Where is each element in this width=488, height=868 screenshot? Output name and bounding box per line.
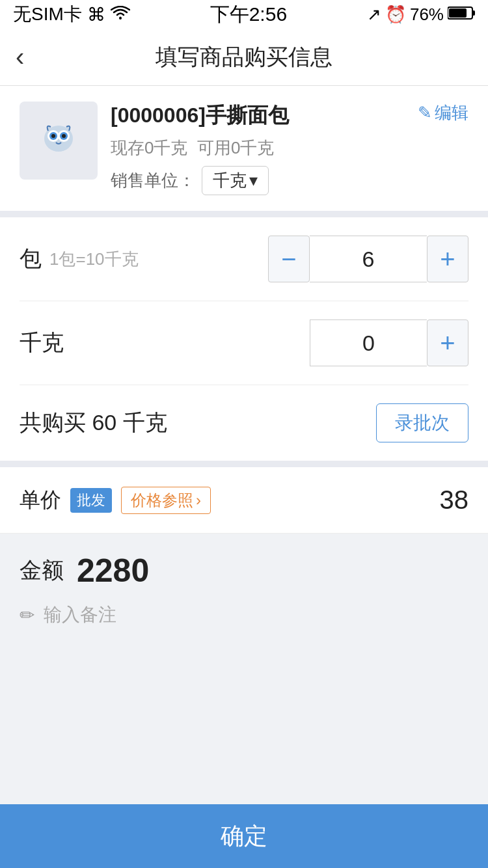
status-time: 下午2:56 — [210, 1, 287, 28]
remark-row: ✏ 输入备注 — [20, 603, 468, 640]
kg-increment-button[interactable]: + — [427, 319, 468, 366]
package-decrement-button[interactable]: − — [268, 236, 310, 282]
amount-row: 金额 2280 — [20, 552, 468, 590]
battery-text: 76% — [410, 5, 444, 25]
unit-dropdown-icon: ▾ — [249, 170, 258, 191]
package-increment-button[interactable]: + — [427, 236, 468, 282]
price-label-row: 单价 批发 价格参照 › — [20, 486, 211, 515]
product-name: [0000006]手撕面包 — [111, 102, 468, 130]
price-ref-button[interactable]: 价格参照 › — [121, 487, 211, 514]
package-label: 包 — [20, 244, 42, 274]
amount-value: 2280 — [77, 552, 149, 590]
summary-row: 共购买 60 千克 录批次 — [20, 385, 468, 461]
owl-logo-icon — [39, 118, 78, 164]
package-stepper: − + — [268, 236, 468, 282]
product-info: [0000006]手撕面包 现存0千克 可用0千克 销售单位： 千克 ▾ — [111, 102, 468, 195]
section-divider — [0, 461, 488, 467]
svg-rect-2 — [472, 10, 475, 16]
product-card: [0000006]手撕面包 现存0千克 可用0千克 销售单位： 千克 ▾ ✎ 编… — [0, 86, 488, 217]
edit-label: 编辑 — [435, 102, 468, 124]
amount-section: 金额 2280 ✏ 输入备注 — [0, 534, 488, 640]
summary-text: 共购买 60 千克 — [20, 408, 167, 438]
unit-select[interactable]: 千克 ▾ — [202, 166, 269, 195]
svg-point-9 — [51, 134, 55, 138]
page-title: 填写商品购买信息 — [156, 42, 332, 72]
package-hint: 1包=10千克 — [49, 248, 139, 271]
amount-label: 金额 — [20, 556, 64, 586]
price-ref-label: 价格参照 — [131, 490, 193, 511]
price-label: 单价 — [20, 486, 61, 515]
pencil-icon: ✏ — [20, 604, 34, 626]
product-stock: 现存0千克 可用0千克 — [111, 137, 468, 159]
battery-icon — [448, 5, 475, 25]
svg-point-10 — [62, 134, 66, 138]
confirm-button[interactable]: 确定 — [0, 804, 488, 868]
package-input-row: 包 1包=10千克 − + — [20, 217, 468, 301]
product-unit-row: 销售单位： 千克 ▾ — [111, 166, 468, 195]
status-left: 无SIM卡 ⌘ — [13, 2, 130, 27]
kg-input[interactable] — [310, 319, 427, 366]
summary-section: 共购买 60 千克 录批次 — [0, 385, 488, 461]
unit-label: 销售单位： — [111, 169, 195, 192]
price-value: 38 — [440, 485, 469, 515]
kg-input-row: 千克 + — [20, 301, 468, 385]
location-icon: ↗ — [367, 5, 381, 25]
package-label-group: 包 1包=10千克 — [20, 244, 139, 274]
product-image — [20, 102, 98, 180]
package-input[interactable] — [310, 236, 427, 282]
wifi-signal-icon — [111, 4, 130, 25]
price-badge: 批发 — [70, 488, 112, 513]
inputs-section: 包 1包=10千克 − + 千克 + — [0, 217, 488, 385]
nav-bar: ‹ 填写商品购买信息 — [0, 29, 488, 86]
status-bar: 无SIM卡 ⌘ 下午2:56 ↗ ⏰ 76% — [0, 0, 488, 29]
status-right: ↗ ⏰ 76% — [367, 5, 475, 25]
carrier-text: 无SIM卡 — [13, 2, 82, 27]
wifi-icon: ⌘ — [87, 4, 105, 25]
price-ref-arrow-icon: › — [196, 491, 201, 509]
svg-point-0 — [119, 17, 122, 20]
edit-icon: ✎ — [418, 103, 432, 123]
batch-button[interactable]: 录批次 — [376, 403, 468, 442]
price-section: 单价 批发 价格参照 › 38 — [0, 467, 488, 534]
kg-label: 千克 — [20, 328, 64, 358]
remark-placeholder: 输入备注 — [44, 603, 116, 627]
edit-button[interactable]: ✎ 编辑 — [418, 102, 468, 124]
svg-rect-3 — [449, 8, 467, 18]
kg-stepper: + — [310, 319, 468, 366]
back-button[interactable]: ‹ — [16, 42, 24, 72]
alarm-icon: ⏰ — [385, 5, 406, 25]
